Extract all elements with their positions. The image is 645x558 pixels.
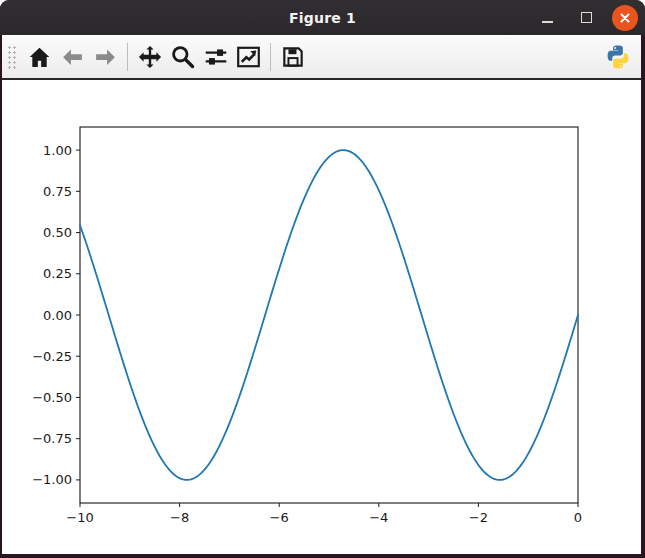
plot-area[interactable]: −10−8−6−4−20−1.00−0.75−0.50−0.250.000.25… xyxy=(2,80,641,554)
titlebar[interactable]: Figure 1 xyxy=(0,0,645,35)
minimize-button[interactable] xyxy=(534,5,560,31)
pan-button[interactable] xyxy=(133,41,166,73)
y-tick-label: −1.00 xyxy=(32,472,72,487)
home-button[interactable] xyxy=(23,41,56,73)
back-icon xyxy=(60,45,85,70)
x-tick-label: −6 xyxy=(270,510,289,525)
minimize-icon xyxy=(542,21,553,23)
zoom-icon xyxy=(170,44,196,70)
forward-button[interactable] xyxy=(89,41,122,73)
y-tick-label: −0.25 xyxy=(32,349,72,364)
configure-subplots-button[interactable] xyxy=(199,41,232,73)
maximize-icon xyxy=(581,12,592,23)
home-icon xyxy=(27,45,52,70)
x-tick-label: −8 xyxy=(170,510,189,525)
window-content: −10−8−6−4−20−1.00−0.75−0.50−0.250.000.25… xyxy=(2,35,641,554)
y-tick-label: 0.75 xyxy=(43,184,72,199)
y-tick-label: 0.50 xyxy=(43,225,72,240)
toolbar-grip[interactable] xyxy=(7,44,16,70)
toolbar-separator xyxy=(127,43,128,71)
forward-icon xyxy=(93,45,118,70)
series-line-sin(x) xyxy=(80,150,578,480)
figure-canvas[interactable]: −10−8−6−4−20−1.00−0.75−0.50−0.250.000.25… xyxy=(2,80,641,554)
navigation-toolbar xyxy=(2,35,641,80)
y-tick-label: −0.50 xyxy=(32,390,72,405)
y-tick-label: 0.00 xyxy=(43,308,72,323)
close-icon xyxy=(612,5,638,31)
edit-axes-button[interactable] xyxy=(232,41,265,73)
x-tick-label: −2 xyxy=(469,510,488,525)
save-icon xyxy=(280,44,306,70)
back-button[interactable] xyxy=(56,41,89,73)
maximize-button[interactable] xyxy=(573,5,599,31)
configure-subplots-icon xyxy=(203,44,229,70)
save-button[interactable] xyxy=(276,41,309,73)
y-tick-label: −0.75 xyxy=(32,431,72,446)
x-tick-label: 0 xyxy=(574,510,582,525)
figure-window: Figure 1 xyxy=(0,0,645,558)
close-button[interactable] xyxy=(612,5,638,31)
window-controls xyxy=(534,0,638,35)
python-logo-icon xyxy=(605,44,631,70)
pan-icon xyxy=(137,44,163,70)
zoom-button[interactable] xyxy=(166,41,199,73)
x-tick-label: −4 xyxy=(369,510,388,525)
x-tick-label: −10 xyxy=(66,510,93,525)
toolbar-separator xyxy=(270,43,271,71)
y-tick-label: 0.25 xyxy=(43,266,72,281)
y-tick-label: 1.00 xyxy=(43,143,72,158)
edit-axes-icon xyxy=(235,44,262,70)
